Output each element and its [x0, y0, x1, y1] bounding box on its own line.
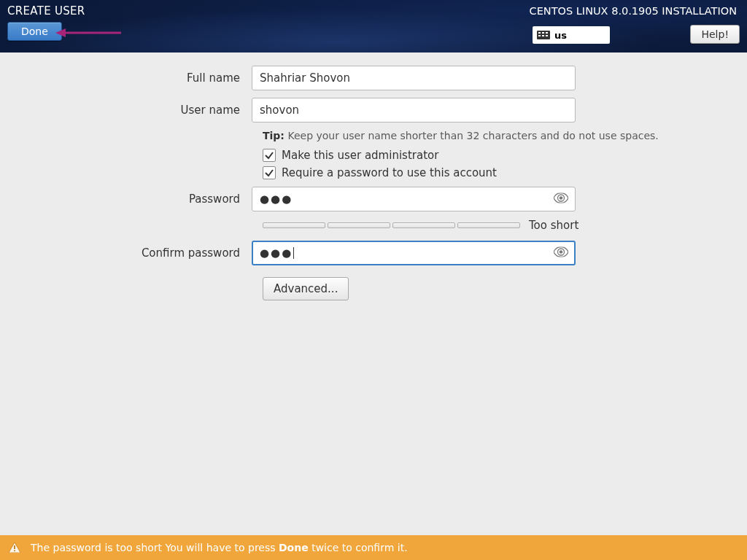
- strength-segment: [392, 222, 455, 228]
- username-tip: Tip: Keep your user name shorter than 32…: [263, 130, 747, 141]
- confirm-password-visibility-toggle[interactable]: [554, 246, 568, 260]
- require-password-checkbox-label: Require a password to use this account: [282, 166, 497, 179]
- installer-subtitle: CENTOS LINUX 8.0.1905 INSTALLATION: [530, 5, 737, 17]
- svg-rect-5: [14, 545, 15, 549]
- admin-checkbox[interactable]: [263, 149, 276, 162]
- password-visibility-toggle[interactable]: [554, 192, 568, 206]
- fullname-label: Full name: [0, 71, 252, 85]
- confirm-password-label: Confirm password: [0, 246, 252, 260]
- tip-text: Keep your user name shorter than 32 char…: [285, 130, 659, 141]
- strength-segment: [328, 222, 390, 228]
- checkmark-icon: [264, 150, 274, 160]
- keyboard-layout-label: us: [554, 30, 567, 41]
- keyboard-layout-indicator[interactable]: us: [533, 26, 610, 44]
- warning-triangle-icon: [9, 542, 20, 553]
- warning-message: The password is too short You will have …: [31, 542, 408, 553]
- username-label: User name: [0, 104, 252, 117]
- advanced-button[interactable]: Advanced...: [263, 277, 349, 300]
- password-input[interactable]: ●●●: [252, 187, 576, 211]
- done-button[interactable]: Done: [7, 22, 62, 41]
- strength-segment: [263, 222, 325, 228]
- keyboard-icon: [537, 31, 550, 39]
- installer-header: CREATE USER CENTOS LINUX 8.0.1905 INSTAL…: [0, 0, 747, 52]
- eye-icon: [554, 193, 568, 203]
- create-user-form: Full name User name Tip: Keep your user …: [0, 52, 747, 300]
- svg-rect-6: [14, 551, 15, 552]
- svg-point-3: [560, 250, 563, 254]
- admin-checkbox-label: Make this user administrator: [282, 149, 438, 162]
- confirm-password-value-mask: ●●●: [260, 246, 293, 260]
- warning-bar: The password is too short You will have …: [0, 535, 747, 560]
- password-label: Password: [0, 192, 252, 206]
- fullname-input[interactable]: [252, 66, 576, 90]
- password-value-mask: ●●●: [260, 192, 293, 206]
- username-input[interactable]: [252, 98, 576, 122]
- svg-point-2: [560, 196, 563, 200]
- require-password-checkbox[interactable]: [263, 166, 276, 179]
- confirm-password-input[interactable]: ●●●: [252, 241, 576, 265]
- warning-text-after: twice to confirm it.: [309, 542, 408, 553]
- tip-prefix: Tip:: [263, 130, 285, 141]
- password-strength-label: Too short: [529, 219, 578, 232]
- annotation-arrow-icon: [55, 28, 121, 38]
- text-cursor: [293, 247, 294, 259]
- strength-segment: [457, 222, 520, 228]
- checkmark-icon: [264, 168, 274, 178]
- warning-text-before: The password is too short You will have …: [31, 542, 279, 553]
- eye-icon: [554, 247, 568, 257]
- help-button[interactable]: Help!: [690, 25, 740, 44]
- password-strength-meter: Too short: [263, 219, 747, 232]
- warning-text-bold: Done: [279, 542, 309, 553]
